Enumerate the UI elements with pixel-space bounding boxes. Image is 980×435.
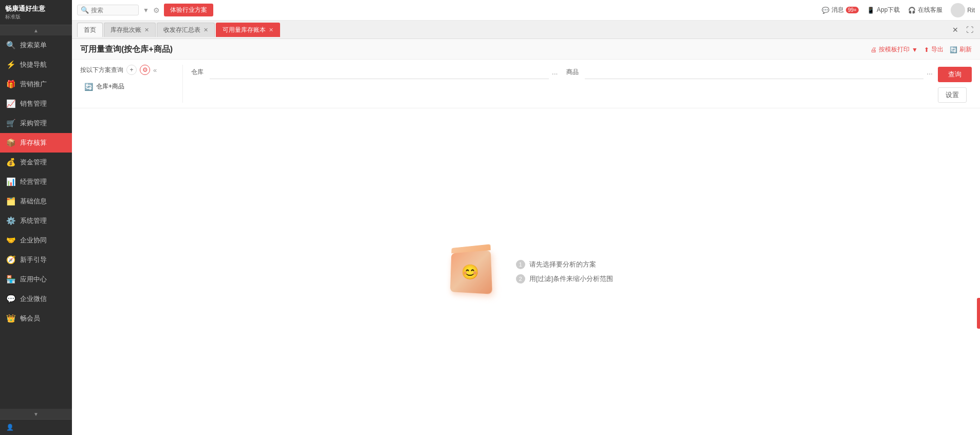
empty-state: 1 请先选择要分析的方案 2 用[过滤]条件来缩小分析范围: [72, 108, 980, 435]
hint-number-1: 1: [516, 260, 525, 269]
trial-btn[interactable]: 体验行业方案: [164, 4, 213, 16]
page-title: 可用量查询(按仓库+商品): [80, 44, 173, 55]
sidebar-item-search[interactable]: 🔍 搜索菜单: [0, 35, 72, 55]
sidebar-item-onboarding[interactable]: 🧭 新手引导: [0, 250, 72, 270]
sidebar-item-sales[interactable]: 📈 销售管理: [0, 94, 72, 114]
finance-icon: 💰: [6, 158, 16, 167]
sidebar-scroll-up[interactable]: ▲: [0, 25, 72, 35]
tabbar: 首页 库存批次账 ✕ 收发存汇总表 ✕ 可用量库存账本 ✕ ✕ ⛶: [72, 21, 980, 39]
empty-illustration: [439, 241, 501, 302]
sidebar-item-marketing[interactable]: 🎁 营销推广: [0, 74, 72, 94]
add-scheme-btn[interactable]: +: [126, 65, 137, 75]
tab-close-window-btn[interactable]: ✕: [949, 24, 961, 36]
topbar-message[interactable]: 💬 消息 99+: [822, 6, 859, 14]
topbar-right: 💬 消息 99+ 📱 App下载 🎧 在线客服 Rit: [822, 3, 975, 17]
main-area: 🔍 ▼ ⚙ 体验行业方案 💬 消息 99+ 📱 App下载 🎧 在线客服 Rit: [72, 0, 980, 435]
print-icon: 🖨: [871, 46, 877, 53]
query-button[interactable]: 查询: [938, 67, 972, 82]
tab-receipt-summary[interactable]: 收发存汇总表 ✕: [157, 23, 215, 37]
scheme-header: 按以下方案查询 + ⚙ «: [80, 65, 177, 75]
tab-close-batch-ledger[interactable]: ✕: [144, 27, 149, 33]
topbar-avatar: [951, 3, 965, 17]
add-icon: +: [130, 66, 133, 73]
right-edge-indicator: [977, 298, 980, 329]
topbar-user[interactable]: Rit: [951, 3, 975, 17]
marketing-icon: 🎁: [6, 80, 16, 89]
headset-icon: 🎧: [908, 7, 916, 14]
topbar-search-input[interactable]: [91, 7, 132, 14]
enterprise-icon: 🤝: [6, 236, 16, 245]
settings-circle-icon: ⚙: [142, 66, 148, 73]
purchase-icon: 🛒: [6, 119, 16, 128]
sidebar-item-member[interactable]: 👑 畅会员: [0, 309, 72, 328]
page-header: 可用量查询(按仓库+商品) 🖨 按模板打印 ▼ ⬆ 导出 🔄 刷新: [72, 39, 980, 60]
refresh-btn[interactable]: 🔄 刷新: [950, 45, 972, 54]
sidebar-item-enterprise[interactable]: 🤝 企业协同: [0, 231, 72, 250]
tabbar-actions: ✕ ⛶: [949, 24, 980, 36]
topbar-gear-icon[interactable]: ⚙: [153, 6, 160, 14]
product-more-btn[interactable]: ...: [927, 68, 933, 76]
empty-box-graphic: [450, 250, 492, 294]
sidebar-item-system[interactable]: ⚙️ 系统管理: [0, 211, 72, 231]
sidebar-item-finance[interactable]: 💰 资金管理: [0, 153, 72, 172]
content-area: 可用量查询(按仓库+商品) 🖨 按模板打印 ▼ ⬆ 导出 🔄 刷新: [72, 39, 980, 435]
sidebar-item-inventory[interactable]: 📦 库存核算: [0, 133, 72, 153]
sidebar-item-shortcut[interactable]: ⚡ 快捷导航: [0, 55, 72, 74]
refresh-icon: 🔄: [950, 46, 957, 53]
settings-button[interactable]: 设置: [938, 87, 967, 103]
tab-home[interactable]: 首页: [77, 23, 103, 37]
page-actions: 🖨 按模板打印 ▼ ⬆ 导出 🔄 刷新: [871, 45, 972, 54]
filter-warehouse: 仓库 ...: [191, 65, 558, 79]
sidebar-user-area[interactable]: 👤: [0, 419, 72, 435]
wechat-icon: 💬: [6, 294, 16, 304]
sidebar-item-purchase[interactable]: 🛒 采购管理: [0, 114, 72, 133]
sidebar-scroll-down[interactable]: ▼: [0, 409, 72, 419]
product-input[interactable]: [585, 65, 924, 79]
warehouse-more-btn[interactable]: ...: [552, 68, 558, 76]
topbar: 🔍 ▼ ⚙ 体验行业方案 💬 消息 99+ 📱 App下载 🎧 在线客服 Rit: [72, 0, 980, 21]
query-area: 按以下方案查询 + ⚙ « 🔄 仓库+商品: [72, 60, 980, 108]
tab-close-available-ledger[interactable]: ✕: [269, 27, 273, 33]
tab-available-ledger[interactable]: 可用量库存账本 ✕: [216, 23, 280, 37]
empty-hints: 1 请先选择要分析的方案 2 用[过滤]条件来缩小分析范围: [516, 260, 613, 283]
onboarding-icon: 🧭: [6, 255, 16, 264]
empty-hint-1: 1 请先选择要分析的方案: [516, 260, 613, 269]
sales-icon: 📈: [6, 99, 16, 108]
tab-batch-ledger[interactable]: 库存批次账 ✕: [104, 23, 156, 37]
filter-row-1: 仓库 ... 商品 ...: [191, 65, 933, 79]
sidebar-nav: 🔍 搜索菜单 ⚡ 快捷导航 🎁 营销推广 📈 销售管理 🛒 采购管理 📦 库存核…: [0, 35, 72, 409]
scheme-settings-btn[interactable]: ⚙: [140, 65, 150, 75]
tab-expand-btn[interactable]: ⛶: [964, 24, 976, 36]
scheme-item-warehouse-product[interactable]: 🔄 仓库+商品: [80, 79, 177, 94]
sidebar-item-basic-info[interactable]: 🗂️ 基础信息: [0, 192, 72, 211]
topbar-customer-service[interactable]: 🎧 在线客服: [908, 6, 942, 14]
query-scheme-panel: 按以下方案查询 + ⚙ « 🔄 仓库+商品: [80, 65, 183, 103]
sidebar-item-app-center[interactable]: 🏪 应用中心: [0, 270, 72, 289]
tab-close-receipt-summary[interactable]: ✕: [204, 27, 208, 33]
topbar-search-icon: 🔍: [81, 6, 89, 14]
export-icon: ⬆: [924, 46, 929, 53]
message-icon: 💬: [822, 7, 829, 14]
basic-info-icon: 🗂️: [6, 197, 16, 206]
message-badge: 99+: [846, 7, 859, 13]
product-label: 商品: [566, 68, 582, 77]
empty-hint-2: 2 用[过滤]条件来缩小分析范围: [516, 274, 613, 283]
warehouse-input[interactable]: [210, 65, 549, 79]
app-center-icon: 🏪: [6, 275, 16, 284]
sidebar-logo: 畅康通好生意 标准版: [0, 0, 72, 25]
collapse-scheme-btn[interactable]: «: [153, 66, 157, 74]
export-btn[interactable]: ⬆ 导出: [924, 45, 944, 54]
query-buttons: 查询 设置: [933, 65, 972, 103]
query-filter-fields: 仓库 ... 商品 ...: [183, 65, 933, 103]
sidebar-item-wechat[interactable]: 💬 企业微信: [0, 289, 72, 309]
user-avatar-icon: 👤: [6, 424, 14, 431]
print-btn[interactable]: 🖨 按模板打印 ▼: [871, 45, 918, 54]
scheme-rotate-icon: 🔄: [84, 83, 93, 91]
topbar-app-download[interactable]: 📱 App下载: [867, 6, 900, 14]
hint-number-2: 2: [516, 274, 525, 283]
filter-product: 商品 ...: [566, 65, 933, 79]
sidebar-item-operations[interactable]: 📊 经营管理: [0, 172, 72, 192]
topbar-chevron-icon[interactable]: ▼: [143, 7, 149, 14]
search-icon: 🔍: [6, 41, 16, 50]
topbar-search-box[interactable]: 🔍: [77, 5, 139, 15]
